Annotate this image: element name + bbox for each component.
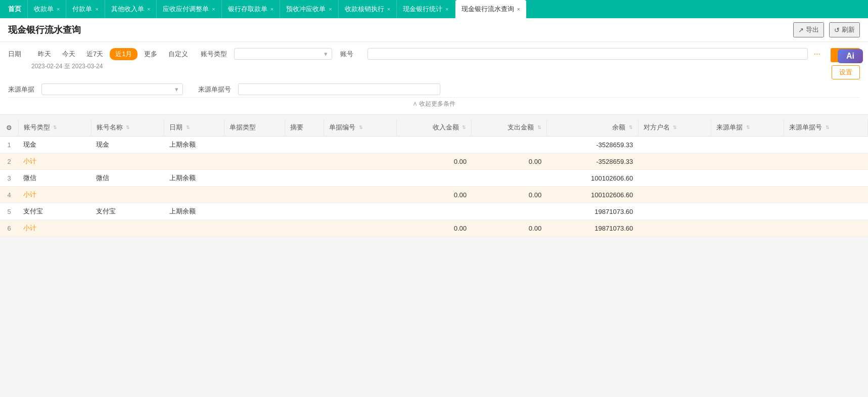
- table-cell: [285, 187, 324, 203]
- ai-label: Ai: [846, 52, 854, 61]
- table-cell: [711, 170, 784, 187]
- nav-verification-label: 收款核销执行: [345, 5, 384, 14]
- th-balance[interactable]: 余额 ⇅: [546, 119, 638, 137]
- table-cell: 3: [0, 170, 18, 187]
- nav-item-cash-bank-query[interactable]: 现金银行流水查询 ×: [455, 0, 526, 18]
- collapse-bar[interactable]: ∧ 收起更多条件: [8, 97, 860, 110]
- export-button[interactable]: ↗ 导出: [793, 22, 824, 37]
- nav-item-ar-ap-adjust[interactable]: 应收应付调整单 ×: [157, 0, 221, 18]
- settings-button[interactable]: 设置: [832, 65, 860, 79]
- collapse-label: 收起更多条件: [419, 100, 455, 107]
- nav-item-bank-deposit[interactable]: 银行存取款单 ×: [222, 0, 280, 18]
- table-cell: [784, 137, 868, 153]
- th-summary-label: 摘要: [290, 123, 303, 131]
- table-cell: 0.00: [397, 220, 472, 237]
- table-cell: [285, 203, 324, 220]
- table-cell: 小计: [18, 220, 91, 237]
- table-cell: [164, 153, 224, 170]
- nav-close-advance-offset[interactable]: ×: [329, 6, 332, 12]
- nav-close-ar-ap[interactable]: ×: [212, 6, 215, 12]
- nav-item-cash-bank-stat[interactable]: 现金银行统计 ×: [397, 0, 455, 18]
- nav-close-cash-query[interactable]: ×: [517, 6, 520, 12]
- source-doc-label: 来源单据: [8, 85, 34, 94]
- table-cell: 支付宝: [18, 203, 91, 220]
- date-btn-more[interactable]: 更多: [140, 48, 162, 60]
- source-doc-arrow: ▾: [175, 85, 178, 93]
- th-source-doc-no[interactable]: 来源单据号 ⇅: [784, 119, 868, 137]
- account-type-label: 账号类型: [201, 50, 227, 59]
- th-source-doc-no-label: 来源单据号: [789, 123, 822, 131]
- table-cell: 4: [0, 187, 18, 203]
- table-cell: [285, 137, 324, 153]
- collapse-icon: ∧: [413, 100, 418, 107]
- nav-close-other-income[interactable]: ×: [147, 6, 150, 12]
- table-cell: [638, 187, 711, 203]
- table-cell: [472, 137, 546, 153]
- table-header-row: 账号类型 ⇅ 账号名称 ⇅ 日期 ⇅ 单据类型 摘要 单据编: [0, 119, 868, 137]
- table-row: 1现金现金上期余额-3528659.33: [0, 137, 868, 153]
- account-type-select[interactable]: ▾: [234, 48, 332, 60]
- table-cell: [711, 220, 784, 237]
- nav-item-receipt[interactable]: 收款单 ×: [28, 0, 66, 18]
- page-header: 现金银行流水查询 ↗ 导出 ↺ 刷新: [0, 18, 868, 42]
- sort-arrows-doc-no: ⇅: [359, 125, 363, 130]
- nav-item-payment[interactable]: 付款单 ×: [66, 0, 105, 18]
- sort-arrows-date: ⇅: [186, 125, 190, 130]
- nav-ar-ap-label: 应收应付调整单: [163, 5, 209, 14]
- nav-close-payment[interactable]: ×: [95, 6, 98, 12]
- th-source-doc[interactable]: 来源单据 ⇅: [711, 119, 784, 137]
- table-cell: 0.00: [472, 187, 546, 203]
- th-doc-type: 单据类型: [224, 119, 285, 137]
- nav-item-home[interactable]: 首页: [2, 0, 28, 18]
- table-cell: 上期余额: [164, 203, 224, 220]
- nav-home-label: 首页: [8, 5, 21, 14]
- nav-close-verification[interactable]: ×: [387, 6, 390, 12]
- nav-item-verification[interactable]: 收款核销执行 ×: [339, 0, 397, 18]
- th-date[interactable]: 日期 ⇅: [164, 119, 224, 137]
- refresh-button[interactable]: ↺ 刷新: [829, 22, 860, 37]
- table-cell: 0.00: [397, 153, 472, 170]
- th-expense[interactable]: 支出金额 ⇅: [472, 119, 546, 137]
- th-counterpart[interactable]: 对方户名 ⇅: [638, 119, 711, 137]
- account-dots-btn[interactable]: ···: [812, 50, 823, 59]
- table-cell: [224, 170, 285, 187]
- th-doc-type-label: 单据类型: [230, 123, 256, 131]
- nav-close-bank-deposit[interactable]: ×: [270, 6, 273, 12]
- table-cell: [784, 220, 868, 237]
- table-cell: 现金: [18, 137, 91, 153]
- th-account-type[interactable]: 账号类型 ⇅: [18, 119, 91, 137]
- sort-arrows-income: ⇅: [462, 125, 466, 130]
- th-summary: 摘要: [285, 119, 324, 137]
- date-btn-yesterday[interactable]: 昨天: [33, 48, 56, 60]
- date-btn-1month[interactable]: 近1月: [110, 48, 138, 60]
- table-cell: [285, 170, 324, 187]
- nav-advance-offset-label: 预收冲应收单: [286, 5, 326, 14]
- table-cell: 小计: [18, 153, 91, 170]
- th-date-label: 日期: [169, 123, 182, 131]
- nav-close-receipt[interactable]: ×: [57, 6, 60, 12]
- account-label: 账号: [340, 50, 360, 59]
- ai-badge[interactable]: Ai: [838, 49, 863, 63]
- table-cell: [711, 137, 784, 153]
- table-cell: [285, 220, 324, 237]
- table-cell: 现金: [91, 137, 164, 153]
- nav-item-other-income[interactable]: 其他收入单 ×: [105, 0, 157, 18]
- th-account-name[interactable]: 账号名称 ⇅: [91, 119, 164, 137]
- date-btn-7days[interactable]: 近7天: [82, 48, 108, 60]
- source-doc-select[interactable]: ▾: [41, 83, 183, 95]
- date-btn-today[interactable]: 今天: [58, 48, 80, 60]
- date-btn-custom[interactable]: 自定义: [164, 48, 193, 60]
- th-doc-no[interactable]: 单据编号 ⇅: [324, 119, 397, 137]
- sort-arrows-counterpart: ⇅: [673, 125, 677, 130]
- th-gear[interactable]: [0, 119, 18, 137]
- sort-arrows-source-doc-no: ⇅: [826, 125, 830, 130]
- th-income[interactable]: 收入金额 ⇅: [397, 119, 472, 137]
- top-nav: 首页 收款单 × 付款单 × 其他收入单 × 应收应付调整单 × 银行存取款单 …: [0, 0, 868, 18]
- account-input[interactable]: [368, 48, 807, 60]
- table-cell: [638, 220, 711, 237]
- th-source-doc-label: 来源单据: [716, 123, 743, 131]
- nav-item-advance-offset[interactable]: 预收冲应收单 ×: [280, 0, 338, 18]
- table-body: 1现金现金上期余额-3528659.332小计0.000.00-3528659.…: [0, 137, 868, 237]
- nav-close-cash-stat[interactable]: ×: [445, 6, 448, 12]
- source-doc-no-input[interactable]: [238, 83, 440, 95]
